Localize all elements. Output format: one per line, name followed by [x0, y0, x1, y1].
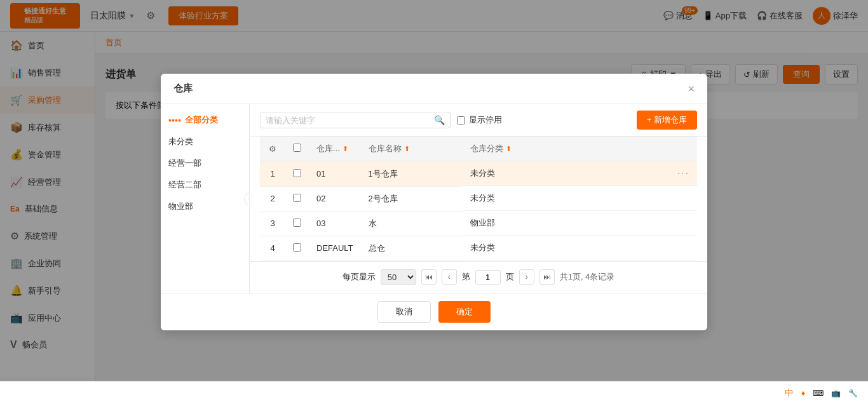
category-sort-icon: ⬆ — [506, 145, 512, 153]
row-name-cell: 1号仓库 — [361, 161, 463, 187]
row-code-cell: DEFAULT — [309, 236, 361, 260]
col-code-header[interactable]: 仓库... ⬆ — [309, 137, 361, 161]
row-name-cell: 总仓 — [361, 236, 463, 260]
modal-main-panel: 🔍 显示停用 + 新增仓库 ⚙ — [250, 104, 707, 293]
confirm-btn[interactable]: 确定 — [438, 301, 491, 323]
category-label-dept1: 经营一部 — [168, 158, 201, 168]
row-checkbox-cell — [285, 236, 309, 260]
bottom-icon-keyboard[interactable]: ⌨ — [813, 389, 824, 398]
warehouse-table-wrap: ⚙ 仓库... ⬆ — [250, 137, 707, 261]
row-name-cell: 水 — [361, 211, 463, 236]
col-checkbox-header — [285, 137, 309, 161]
bottom-bar: 中 ♦ ⌨ 📺 🔧 — [0, 381, 868, 404]
table-header-row: ⚙ 仓库... ⬆ — [260, 137, 697, 161]
row-code-cell: 03 — [309, 211, 361, 236]
row-category-cell: 未分类 — [463, 236, 697, 260]
col-category-header[interactable]: 仓库分类 ⬆ — [463, 137, 697, 161]
show-disabled-text: 显示停用 — [469, 114, 502, 126]
row-checkbox-2[interactable] — [293, 219, 301, 227]
row-category-cell: 未分类 — [463, 186, 697, 211]
row-category-cell: 未分类 ··· — [463, 161, 697, 186]
modal-overlay[interactable]: 仓库 × ▪▪▪▪ 全部分类 未分类 经营一部 经营二部 — [0, 0, 868, 404]
bottom-icon-monitor[interactable]: 📺 — [831, 389, 841, 398]
code-sort-icon: ⬆ — [342, 145, 348, 153]
modal-title: 仓库 — [173, 83, 193, 95]
warehouse-search-box: 🔍 — [260, 112, 451, 128]
last-page-btn[interactable]: ⏭ — [539, 269, 555, 285]
page-unit: 页 — [506, 271, 514, 283]
gear-icon-header: ⚙ — [269, 144, 276, 154]
prev-page-btn[interactable]: ‹ — [442, 269, 457, 285]
category-item-dept2[interactable]: 经营二部 — [161, 174, 249, 196]
row-actions[interactable]: ··· — [677, 168, 689, 179]
search-icon[interactable]: 🔍 — [434, 115, 445, 125]
row-num: 1 — [270, 169, 275, 178]
row-checkbox-cell — [285, 211, 309, 236]
row-settings-cell: 2 — [260, 186, 285, 211]
pagination-bar: 每页显示 50 10 20 100 ⏮ ‹ 第 页 › ⏭ 共1页, 4条记录 — [250, 261, 707, 293]
pagination-summary: 共1页, 4条记录 — [560, 271, 615, 283]
bottom-icon-dot[interactable]: ♦ — [801, 389, 805, 398]
grid-icon: ▪▪▪▪ — [168, 115, 181, 125]
first-page-btn[interactable]: ⏮ — [421, 269, 437, 285]
category-label-dept2: 经营二部 — [168, 180, 201, 189]
row-name-cell: 2号仓库 — [361, 186, 463, 211]
row-code-cell: 02 — [309, 186, 361, 211]
warehouse-table: ⚙ 仓库... ⬆ — [260, 137, 697, 261]
page-number-input[interactable] — [475, 270, 501, 285]
row-category-cell: 物业部 — [463, 211, 697, 236]
all-categories-label: 全部分类 — [185, 114, 218, 126]
modal-close-btn[interactable]: × — [688, 83, 695, 95]
table-row[interactable]: 2 02 2号仓库 未分类 — [260, 186, 697, 211]
warehouse-search-input[interactable] — [266, 116, 430, 125]
category-label-property: 物业部 — [168, 201, 193, 211]
row-checkbox-1[interactable] — [293, 194, 301, 202]
row-checkbox-3[interactable] — [293, 243, 301, 252]
add-warehouse-btn[interactable]: + 新增仓库 — [637, 111, 697, 130]
table-row[interactable]: 1 01 1号仓库 未分类 ··· — [260, 161, 697, 187]
page-label: 第 — [462, 271, 470, 283]
modal-footer: 取消 确定 — [161, 293, 707, 330]
table-row[interactable]: 3 03 水 物业部 — [260, 211, 697, 236]
select-all-checkbox[interactable] — [293, 144, 301, 152]
modal-toolbar: 🔍 显示停用 + 新增仓库 — [250, 104, 707, 137]
modal-body: ▪▪▪▪ 全部分类 未分类 经营一部 经营二部 物业部 « — [161, 104, 707, 293]
all-categories-btn[interactable]: ▪▪▪▪ 全部分类 — [161, 109, 249, 131]
show-disabled-checkbox[interactable] — [457, 116, 465, 125]
row-settings-cell: 3 — [260, 211, 285, 236]
row-settings-cell: 1 — [260, 161, 285, 187]
row-num: 2 — [270, 194, 275, 203]
row-num: 3 — [270, 219, 275, 228]
name-sort-icon: ⬆ — [404, 145, 410, 153]
category-label-uncategorized: 未分类 — [168, 137, 193, 146]
category-item-property[interactable]: 物业部 — [161, 196, 249, 217]
cancel-btn[interactable]: 取消 — [377, 301, 431, 323]
modal-category-sidebar: ▪▪▪▪ 全部分类 未分类 经营一部 经营二部 物业部 « — [161, 104, 250, 293]
row-num: 4 — [270, 243, 275, 253]
col-settings-header: ⚙ — [260, 137, 285, 161]
category-item-dept1[interactable]: 经营一部 — [161, 152, 249, 174]
per-page-select[interactable]: 50 10 20 100 — [381, 269, 416, 285]
modal-header: 仓库 × — [161, 74, 707, 104]
row-checkbox-0[interactable] — [293, 169, 301, 177]
per-page-label: 每页显示 — [342, 271, 376, 283]
warehouse-modal: 仓库 × ▪▪▪▪ 全部分类 未分类 经营一部 经营二部 — [161, 74, 707, 330]
row-checkbox-cell — [285, 161, 309, 187]
bottom-icon-chinese[interactable]: 中 — [785, 387, 794, 399]
row-code-cell: 01 — [309, 161, 361, 187]
row-checkbox-cell — [285, 186, 309, 211]
category-item-uncategorized[interactable]: 未分类 — [161, 131, 249, 152]
next-page-btn[interactable]: › — [519, 269, 534, 285]
row-settings-cell: 4 — [260, 236, 285, 260]
show-disabled-label[interactable]: 显示停用 — [457, 114, 502, 126]
col-name-header[interactable]: 仓库名称 ⬆ — [361, 137, 463, 161]
table-row[interactable]: 4 DEFAULT 总仓 未分类 — [260, 236, 697, 260]
bottom-icon-tools[interactable]: 🔧 — [848, 389, 858, 398]
